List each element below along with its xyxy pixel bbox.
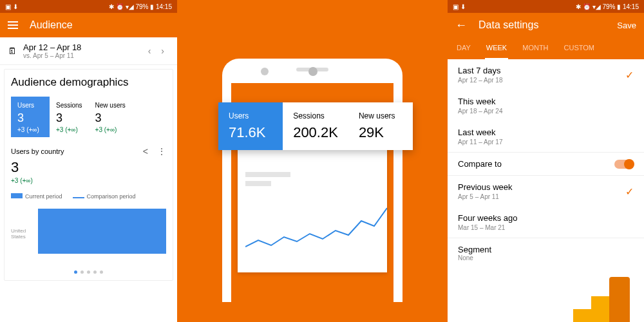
phone-camera <box>308 67 317 76</box>
metric-label: New users <box>359 111 402 120</box>
check-icon: ✓ <box>625 69 634 81</box>
skeleton-line <box>245 181 271 186</box>
demographics-card: Audience demographics Users3+3 (+∞)Sessi… <box>4 69 173 281</box>
app-bar: ← Data settings Save <box>448 13 644 37</box>
skeleton-line <box>245 172 290 177</box>
metric-value: 3 <box>95 111 126 125</box>
metric-value: 200.2K <box>293 124 338 141</box>
metric-label: Users <box>17 102 43 109</box>
app-bar: Audience <box>0 13 177 37</box>
range-label: Previous week <box>458 182 625 192</box>
range-tabs: DAYWEEKMONTHCUSTOM <box>448 37 644 59</box>
menu-icon[interactable] <box>8 21 18 29</box>
status-left: ▣ ⬇ <box>453 3 466 10</box>
metric-tab[interactable]: Users3+3 (+∞) <box>11 97 50 137</box>
status-bar: ▣ ⬇ ✱ ⏰ ▾◢ 79% ▮ 14:15 <box>0 0 177 13</box>
page-indicator[interactable] <box>11 270 166 274</box>
legend-current: Current period <box>25 193 62 200</box>
promo-metric: New users29K <box>348 102 413 150</box>
page-title: Data settings <box>478 19 617 31</box>
metric-tab[interactable]: New users3+3 (+∞) <box>89 97 132 137</box>
phone-sensor <box>261 68 269 75</box>
chevron-left-icon[interactable]: ‹ <box>143 46 156 56</box>
range-option[interactable]: Last 7 daysApr 12 – Apr 18✓ <box>448 59 644 90</box>
status-right: ✱ ⏰ ▾◢ 79% ▮ 14:15 <box>109 3 172 10</box>
tab-month[interactable]: MONTH <box>521 37 549 59</box>
back-icon[interactable]: ← <box>455 19 467 32</box>
metric-delta: +3 (+∞) <box>17 126 43 133</box>
segment-label: Segment <box>458 245 634 254</box>
range-sub: Apr 11 – Apr 17 <box>458 138 634 146</box>
metric-tabs: Users3+3 (+∞)Sessions3+3 (+∞)New users3+… <box>11 97 166 137</box>
chart-bar <box>38 209 166 254</box>
status-bar: ▣ ⬇ ✱ ⏰ ▾◢ 79% ▮ 14:15 <box>448 0 644 13</box>
range-option[interactable]: Four weeks agoMar 15 – Mar 21 <box>448 207 644 238</box>
status-left: ▣ ⬇ <box>5 3 18 10</box>
line-chart <box>245 202 387 260</box>
metric-value: 3 <box>56 111 82 125</box>
metric-value: 29K <box>359 124 402 141</box>
tab-day[interactable]: DAY <box>455 37 472 59</box>
range-sub: Apr 12 – Apr 18 <box>458 77 625 84</box>
page-title: Audience <box>30 19 169 31</box>
segment-value: None <box>458 254 634 261</box>
share-icon[interactable]: < <box>143 146 148 156</box>
check-icon: ✓ <box>625 185 634 198</box>
phone-mockup: Users71.6KSessions200.2KNew users29K <box>222 59 402 302</box>
range-sub: Mar 15 – Mar 21 <box>458 224 634 231</box>
range-label: Last week <box>458 128 634 137</box>
country-users-delta: +3 (+∞) <box>11 177 166 184</box>
audience-screen: ▣ ⬇ ✱ ⏰ ▾◢ 79% ▮ 14:15 Audience 🗓 Apr 12… <box>0 0 177 322</box>
country-users-value: 3 <box>11 159 166 176</box>
range-label: This week <box>458 97 634 106</box>
promo-metrics: Users71.6KSessions200.2KNew users29K <box>218 102 413 150</box>
range-label: Four weeks ago <box>458 213 634 223</box>
range-option[interactable]: Previous weekApr 5 – Apr 11✓ <box>448 176 644 207</box>
legend-compare: Comparison period <box>87 193 136 200</box>
metric-label: Users <box>229 111 272 120</box>
metric-label: Sessions <box>56 102 82 109</box>
date-range: Apr 12 – Apr 18 <box>23 43 143 52</box>
date-range-row[interactable]: 🗓 Apr 12 – Apr 18 vs. Apr 5 – Apr 11 ‹ › <box>0 37 177 65</box>
calendar-icon: 🗓 <box>8 46 17 56</box>
status-right: ✱ ⏰ ▾◢ 79% ▮ 14:15 <box>576 3 639 10</box>
metric-value: 71.6K <box>229 124 272 141</box>
promo-panel: Users71.6KSessions200.2KNew users29K <box>177 0 448 322</box>
card-title: Audience demographics <box>11 76 166 89</box>
analytics-logo <box>573 270 638 322</box>
country-bar-chart: United States <box>11 205 166 263</box>
range-label: Last 7 days <box>458 66 625 75</box>
range-option[interactable]: Last weekApr 11 – Apr 17 <box>448 121 644 152</box>
metric-delta: +3 (+∞) <box>56 126 82 133</box>
toggle-switch[interactable] <box>614 160 634 169</box>
metric-tab[interactable]: Sessions3+3 (+∞) <box>50 97 89 137</box>
subsection-title: Users by country <box>11 147 134 155</box>
chart-legend: Current period Comparison period <box>11 193 166 200</box>
date-range-compare: vs. Apr 5 – Apr 11 <box>23 52 143 59</box>
range-sub: Apr 18 – Apr 24 <box>458 108 634 115</box>
chart-y-label: United States <box>11 205 38 263</box>
tab-week[interactable]: WEEK <box>485 37 508 59</box>
save-button[interactable]: Save <box>617 21 636 30</box>
metric-label: Sessions <box>293 111 338 120</box>
range-option[interactable]: This weekApr 18 – Apr 24 <box>448 90 644 121</box>
more-icon[interactable]: ⋮ <box>157 146 166 156</box>
chevron-right-icon[interactable]: › <box>156 46 169 56</box>
tab-custom[interactable]: CUSTOM <box>563 37 596 59</box>
metric-label: New users <box>95 102 126 109</box>
compare-toggle-row[interactable]: Compare to <box>448 152 644 176</box>
promo-metric: Users71.6K <box>218 102 283 150</box>
metric-value: 3 <box>17 111 43 125</box>
metric-delta: +3 (+∞) <box>95 126 126 133</box>
range-sub: Apr 5 – Apr 11 <box>458 193 625 200</box>
segment-row[interactable]: Segment None <box>448 238 644 268</box>
promo-metric: Sessions200.2K <box>283 102 348 150</box>
data-settings-screen: ▣ ⬇ ✱ ⏰ ▾◢ 79% ▮ 14:15 ← Data settings S… <box>448 0 644 322</box>
compare-label: Compare to <box>458 159 614 169</box>
